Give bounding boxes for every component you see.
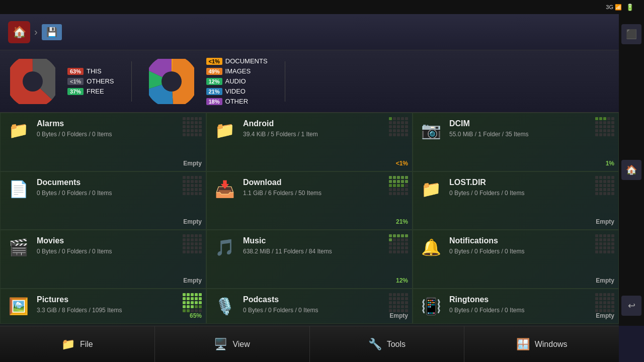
grid-dot [603,250,606,253]
folder-item[interactable]: 🎵 Music 638.2 MiB / 11 Folders / 84 Item… [206,230,413,289]
grid-dot [599,180,602,183]
right-btn-back[interactable]: ↩ [621,296,641,316]
folder-item[interactable]: 📄 Documents 0 Bytes / 0 Folders / 0 Item… [0,171,206,230]
label-video: VIDEO [225,87,246,95]
grid-dot [397,188,400,191]
grid-dot [393,293,396,296]
grid-dot [187,117,190,120]
divider-2 [285,61,285,102]
grid-dot [389,305,392,308]
folder-item[interactable]: 📷 DCIM 55.0 MiB / 1 Folder / 35 Items 1% [413,113,619,171]
grid-dot [405,293,408,296]
right-btn-home[interactable]: 🏠 [621,160,641,180]
grid-dot [401,297,404,300]
bottom-btn-windows[interactable]: 🪟 Windows [464,326,619,362]
grid-dot [607,192,610,195]
grid-dot [401,293,404,296]
grid-dot [611,238,614,241]
legend-item-free: 37% FREE [67,87,114,95]
folder-item[interactable]: 📁 Alarms 0 Bytes / 0 Folders / 0 Items E… [0,113,206,171]
grid-dot [603,238,606,241]
folder-item[interactable]: 📁 Android 39.4 KiB / 5 Folders / 1 Item … [206,113,413,171]
grid-dot [611,176,614,179]
grid-dot [599,242,602,245]
folder-badge: 65% [190,312,202,319]
grid-dot [187,301,190,304]
grid-dot [401,305,404,308]
grid-dot [599,305,602,308]
legend-item-other: 18% OTHER [206,98,268,105]
grid-dot [599,129,602,132]
grid-dot [389,176,392,179]
grid-dot [405,192,408,195]
grid-dot [199,180,202,183]
grid-dot [389,117,392,120]
grid-dot [603,117,606,120]
home-button[interactable]: 🏠 [8,21,30,43]
grid-dot [401,129,404,132]
grid-dot [389,246,392,249]
grid-dot [611,188,614,191]
grid-dot [607,250,610,253]
grid-dot [183,242,186,245]
label-images: IMAGES [225,67,251,75]
grid-dot [393,188,396,191]
grid-dot [401,192,404,195]
grid-dot [187,293,190,296]
grid-dot [187,188,190,191]
grid-dot [393,234,396,237]
pie-chart-1 [10,59,55,104]
grid-dot [195,234,198,237]
grid-dot [199,192,202,195]
storage-icon: 💾 [42,24,62,40]
grid-dot [187,125,190,128]
folder-item[interactable]: 📥 Download 1.1 GiB / 6 Folders / 50 Item… [206,171,413,230]
bottom-btn-tools[interactable]: 🔧 Tools [310,326,465,362]
grid-dot [393,176,396,179]
grid-dot [195,117,198,120]
battery-icon: 🔋 [626,4,634,11]
grid-dot [603,246,606,249]
folder-item[interactable]: 📳 Ringtones 0 Bytes / 0 Folders / 0 Item… [413,289,619,324]
folder-info: Documents 0 Bytes / 0 Folders / 0 Items [37,178,200,198]
grid-dot [611,301,614,304]
grid-dot [611,129,614,132]
folder-item[interactable]: 🖼️ Pictures 3.3 GiB / 8 Folders / 1095 I… [0,289,206,324]
grid-dot [191,117,194,120]
grid-dot [401,180,404,183]
grid-dot [607,129,610,132]
folder-item[interactable]: 🎙️ Podcasts 0 Bytes / 0 Folders / 0 Item… [206,289,413,324]
badge-audio: 12% [206,78,222,85]
grid-dot [603,121,606,124]
grid-dot [405,184,408,187]
folder-info: Ringtones 0 Bytes / 0 Folders / 0 Items [449,295,612,315]
folder-info: Alarms 0 Bytes / 0 Folders / 0 Items [37,119,200,139]
grid-dot [191,188,194,191]
right-btn-window[interactable]: ⬛ [621,24,641,44]
grid-dot [397,125,400,128]
grid-dot [191,129,194,132]
bottom-btn-view[interactable]: 🖥️ View [155,326,310,362]
grid-dot [603,242,606,245]
grid-dot [199,184,202,187]
folder-item[interactable]: 🔔 Notifications 0 Bytes / 0 Folders / 0 … [413,230,619,289]
grid-dot [405,234,408,237]
grid-dot [607,293,610,296]
folder-meta: 0 Bytes / 0 Folders / 0 Items [243,306,406,315]
folder-badge: Empty [596,218,614,225]
grid-dot [397,242,400,245]
legend-item-docs: <1% DOCUMENTS [206,57,268,65]
bottom-btn-file[interactable]: 📁 File [0,326,155,362]
grid-dot [187,250,190,253]
grid-dot [607,176,610,179]
grid-dot [599,246,602,249]
folder-item[interactable]: 🎬 Movies 0 Bytes / 0 Folders / 0 Items E… [0,230,206,289]
grid-dot [195,293,198,296]
grid-dot [611,180,614,183]
grid-dot [603,192,606,195]
grid-dot [401,184,404,187]
grid-dot [389,234,392,237]
folder-item[interactable]: 📁 LOST.DIR 0 Bytes / 0 Folders / 0 Items… [413,171,619,230]
folder-meta: 55.0 MiB / 1 Folder / 35 Items [449,130,612,139]
folder-icon: 🖼️ [7,295,31,317]
